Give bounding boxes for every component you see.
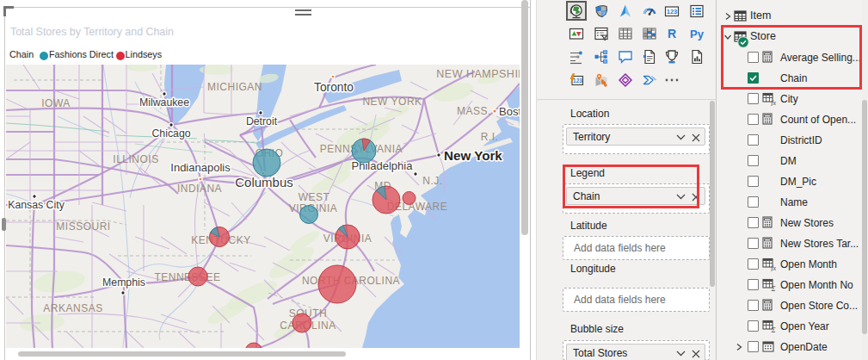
svg-text:Toronto: Toronto <box>314 81 354 94</box>
svg-text:NEW HAMPSHIRE: NEW HAMPSHIRE <box>436 68 520 80</box>
svg-text:R: R <box>668 27 676 40</box>
svg-text:IOWA: IOWA <box>41 97 71 109</box>
svg-text:Columbus: Columbus <box>235 175 293 189</box>
svg-text:Indianapolis: Indianapolis <box>170 161 231 174</box>
svg-text:Σ: Σ <box>771 285 776 292</box>
svg-text:Py: Py <box>690 27 705 40</box>
svg-text:123: 123 <box>573 78 582 84</box>
svg-text:ILLINOIS: ILLINOIS <box>113 153 158 165</box>
svg-text:R.I.: R.I. <box>481 131 499 143</box>
svg-text:MASS.: MASS. <box>457 105 491 117</box>
svg-text:fx: fx <box>771 264 776 271</box>
svg-text:Σ: Σ <box>771 326 776 333</box>
svg-text:WEST: WEST <box>299 191 330 203</box>
svg-text:NEW YORK: NEW YORK <box>362 96 422 108</box>
svg-text:ARKANSAS: ARKANSAS <box>43 302 102 314</box>
svg-text:Chicago: Chicago <box>151 127 190 140</box>
svg-text:Milwaukee: Milwaukee <box>139 96 189 109</box>
svg-text:MISSOURI: MISSOURI <box>56 220 110 233</box>
svg-text:Memphis: Memphis <box>102 276 145 289</box>
svg-text:New York: New York <box>444 148 502 163</box>
svg-text:TENNESSEE: TENNESSEE <box>154 271 220 283</box>
svg-text:MICHIGAN: MICHIGAN <box>207 81 262 93</box>
svg-text:fx: fx <box>771 99 776 106</box>
svg-text:N.J.: N.J. <box>422 175 442 187</box>
svg-text:INDIANA: INDIANA <box>177 183 222 195</box>
svg-text:Kansas City: Kansas City <box>8 199 65 211</box>
svg-text:Detroit: Detroit <box>246 115 278 127</box>
svg-text:123: 123 <box>667 8 678 16</box>
svg-text:Boston: Boston <box>499 105 520 118</box>
